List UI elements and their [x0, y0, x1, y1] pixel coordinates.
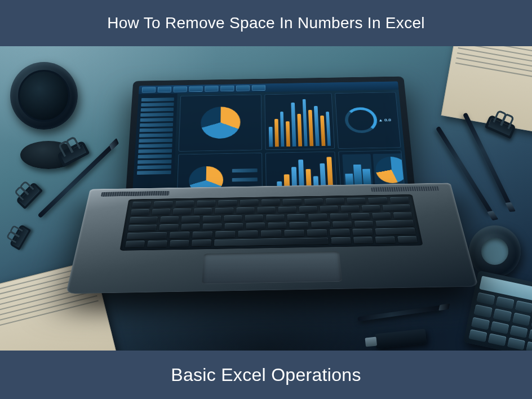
- page-subtitle: Basic Excel Operations: [171, 365, 361, 385]
- speaker-grille-icon: [101, 191, 170, 197]
- tape-roll-icon: [469, 225, 521, 277]
- pie-chart-icon: [201, 107, 241, 139]
- page-title: How To Remove Space In Numbers In Excel: [107, 14, 425, 32]
- pie-panel: [179, 95, 262, 152]
- bar-panel-main: [264, 93, 335, 150]
- gauge-label: ▲ 0.0: [378, 118, 391, 122]
- title-banner: How To Remove Space In Numbers In Excel: [0, 0, 532, 46]
- laptop-illustration: ▲ 0.0: [90, 46, 456, 351]
- trackpad-icon: [202, 251, 342, 284]
- gauge-panel: ▲ 0.0: [335, 92, 401, 148]
- pie-chart-icon: [375, 157, 406, 184]
- laptop-base: [66, 183, 478, 294]
- camera-lens-icon: [10, 62, 78, 130]
- hero-illustration: ▲ 0.0: [0, 46, 532, 351]
- keyboard-icon: [119, 194, 423, 251]
- subtitle-banner: Basic Excel Operations: [0, 351, 532, 399]
- gauge-icon: [344, 107, 378, 133]
- speaker-grille-icon: [371, 186, 440, 192]
